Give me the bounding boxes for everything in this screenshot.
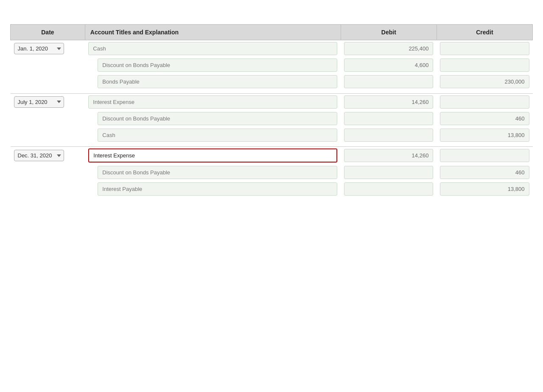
debit-input[interactable] bbox=[344, 42, 433, 55]
journal-table: Date Account Titles and Explanation Debi… bbox=[10, 24, 533, 201]
account-cell bbox=[85, 147, 341, 165]
date-cell bbox=[11, 164, 85, 181]
col-header-account: Account Titles and Explanation bbox=[85, 25, 341, 40]
debit-cell bbox=[341, 110, 437, 127]
debit-input[interactable] bbox=[344, 59, 433, 72]
account-cell bbox=[85, 164, 341, 181]
table-row: Jan. 1, 2020 bbox=[11, 40, 533, 57]
debit-input[interactable] bbox=[344, 75, 433, 88]
debit-input[interactable] bbox=[344, 166, 433, 179]
debit-input[interactable] bbox=[344, 112, 433, 125]
table-row: Dec. 31, 2020 bbox=[11, 147, 533, 165]
account-cell bbox=[85, 181, 341, 197]
table-row bbox=[11, 164, 533, 181]
account-input[interactable] bbox=[98, 129, 337, 142]
credit-input[interactable] bbox=[440, 75, 529, 88]
debit-cell bbox=[341, 73, 437, 90]
account-cell bbox=[85, 127, 341, 143]
account-cell bbox=[85, 93, 341, 110]
date-select[interactable]: Dec. 31, 2020 bbox=[14, 150, 64, 161]
account-input[interactable] bbox=[88, 95, 337, 109]
date-cell: July 1, 2020 bbox=[11, 93, 85, 110]
account-input[interactable] bbox=[98, 166, 337, 179]
date-cell bbox=[11, 110, 85, 127]
debit-cell bbox=[341, 127, 437, 143]
credit-input[interactable] bbox=[440, 182, 529, 196]
table-row bbox=[11, 57, 533, 73]
date-cell bbox=[11, 73, 85, 90]
credit-cell bbox=[437, 73, 532, 90]
credit-input[interactable] bbox=[440, 112, 529, 125]
credit-cell bbox=[437, 93, 532, 110]
col-header-debit: Debit bbox=[341, 25, 437, 40]
credit-cell bbox=[437, 57, 532, 73]
date-select[interactable]: Jan. 1, 2020 bbox=[14, 43, 64, 54]
debit-input[interactable] bbox=[344, 182, 433, 196]
debit-cell bbox=[341, 164, 437, 181]
credit-input[interactable] bbox=[440, 95, 529, 109]
col-header-date: Date bbox=[11, 25, 85, 40]
debit-cell bbox=[341, 57, 437, 73]
table-header-row: Date Account Titles and Explanation Debi… bbox=[11, 25, 533, 40]
account-cell bbox=[85, 110, 341, 127]
account-cell bbox=[85, 57, 341, 73]
account-input[interactable] bbox=[88, 42, 337, 55]
debit-input[interactable] bbox=[344, 95, 433, 109]
table-row bbox=[11, 110, 533, 127]
credit-cell bbox=[437, 127, 532, 143]
date-select[interactable]: July 1, 2020 bbox=[14, 96, 64, 108]
credit-cell bbox=[437, 110, 532, 127]
account-cell bbox=[85, 73, 341, 90]
debit-cell bbox=[341, 147, 437, 165]
account-input[interactable] bbox=[98, 59, 337, 72]
problem-description bbox=[10, 8, 533, 17]
credit-cell bbox=[437, 147, 532, 165]
credit-cell bbox=[437, 181, 532, 197]
debit-input[interactable] bbox=[344, 149, 433, 162]
table-row bbox=[11, 181, 533, 197]
credit-cell bbox=[437, 164, 532, 181]
date-cell bbox=[11, 181, 85, 197]
account-input[interactable] bbox=[98, 182, 337, 196]
credit-input[interactable] bbox=[440, 149, 529, 162]
debit-cell bbox=[341, 40, 437, 57]
credit-input[interactable] bbox=[440, 42, 529, 55]
credit-input[interactable] bbox=[440, 166, 529, 179]
table-row bbox=[11, 73, 533, 90]
date-cell: Dec. 31, 2020 bbox=[11, 147, 85, 165]
account-input[interactable] bbox=[98, 75, 337, 88]
date-cell bbox=[11, 57, 85, 73]
date-cell: Jan. 1, 2020 bbox=[11, 40, 85, 57]
table-row: July 1, 2020 bbox=[11, 93, 533, 110]
date-cell bbox=[11, 127, 85, 143]
col-header-credit: Credit bbox=[437, 25, 532, 40]
account-input[interactable] bbox=[98, 112, 337, 125]
table-row bbox=[11, 127, 533, 143]
credit-input[interactable] bbox=[440, 129, 529, 142]
credit-cell bbox=[437, 40, 532, 57]
debit-input[interactable] bbox=[344, 129, 433, 142]
debit-cell bbox=[341, 93, 437, 110]
credit-input[interactable] bbox=[440, 59, 529, 72]
account-input[interactable] bbox=[88, 148, 337, 162]
debit-cell bbox=[341, 181, 437, 197]
account-cell bbox=[85, 40, 341, 57]
